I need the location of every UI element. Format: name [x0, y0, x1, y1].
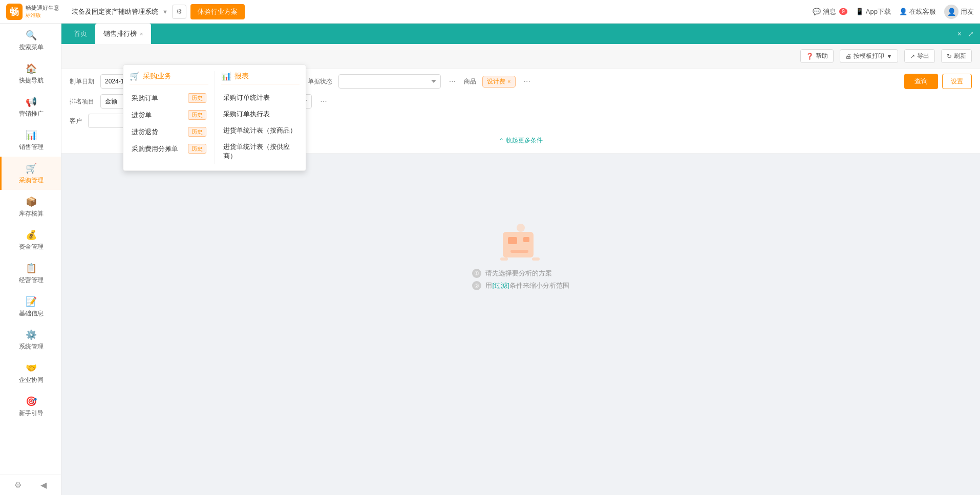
sidebar-item-operations[interactable]: 📋 经营管理 — [0, 256, 61, 290]
sidebar-item-guide[interactable]: 🎯 新手引导 — [0, 390, 61, 423]
menu-item-goods-stats[interactable]: 进货单统计表（按商品） — [221, 122, 300, 139]
sidebar-item-enterprise[interactable]: 🤝 企业协同 — [0, 356, 61, 390]
top-right-area: 💬 消息 9 📱 App下载 👤 在线客服 👤 用友 — [813, 5, 974, 19]
menu-item-purchase-expense[interactable]: 采购费用分摊单 历史 — [130, 140, 208, 157]
app-download-btn[interactable]: 📱 App下载 — [856, 7, 891, 16]
menu-item-order-stats[interactable]: 采购订单统计表 — [221, 90, 300, 106]
sidebar-settings-btn[interactable]: ⚙ — [14, 480, 22, 490]
purchase-order-history[interactable]: 历史 — [188, 93, 206, 103]
goods-dots-btn[interactable]: ··· — [522, 77, 532, 86]
purchase-expense-history[interactable]: 历史 — [188, 144, 206, 154]
action-btns: 查询 设置 — [904, 74, 972, 89]
svg-rect-5 — [532, 257, 540, 261]
tab-bar: 首页 销售排行榜 × × ⤢ — [61, 24, 980, 44]
date-filter-label: 制单日期 — [70, 77, 94, 86]
system-dropdown-btn[interactable]: ▼ — [162, 9, 168, 15]
main-layout: 🔍 搜索菜单 🏠 快捷导航 📢 营销推广 📊 销售管理 🛒 采购管理 📦 库存核… — [0, 0, 980, 495]
top-bar: 畅 畅捷通好生意 标准版 装备及固定资产辅助管理系统 ▼ ⚙ 体验行业方案 💬 … — [0, 0, 980, 24]
sidebar: 🔍 搜索菜单 🏠 快捷导航 📢 营销推广 📊 销售管理 🛒 采购管理 📦 库存核… — [0, 24, 61, 495]
print-btn[interactable]: 🖨 按模板打印 ▼ — [840, 49, 898, 63]
report-section-icon: 📊 — [221, 71, 231, 81]
tab-sales-rank[interactable]: 销售排行榜 × — [95, 24, 151, 44]
salesperson-dots-btn[interactable]: ··· — [318, 97, 329, 106]
sidebar-item-inventory[interactable]: 📦 库存核算 — [0, 190, 61, 223]
empty-robot-svg — [495, 222, 546, 268]
enterprise-icon: 🤝 — [26, 362, 37, 374]
tab-close-btn[interactable]: × — [140, 31, 143, 37]
export-btn[interactable]: ↗ 导出 — [904, 49, 935, 63]
empty-tips: ① 请先选择要分析的方案 ② 用[过滤]条件来缩小分析范围 — [472, 269, 569, 290]
menu-item-purchase-return[interactable]: 进货退货 历史 — [130, 123, 208, 140]
goods-tag-text: 设计费 — [487, 77, 505, 86]
purchase-menu-section: 🛒 采购业务 采购订单 历史 进货单 历史 进货退货 历史 — [123, 71, 215, 164]
service-icon: 👤 — [899, 8, 907, 15]
sidebar-item-guide-label: 新手引导 — [19, 409, 44, 418]
purchase-goods-history[interactable]: 历史 — [188, 110, 206, 120]
status-filter-label: 单据状态 — [308, 77, 332, 86]
basic-info-icon: 📝 — [26, 296, 37, 307]
refresh-btn[interactable]: ↻ 刷新 — [941, 49, 972, 63]
supplier-stats-label: 进货单统计表（按供应商） — [223, 142, 298, 161]
dropdown-menu: 🛒 采购业务 采购订单 历史 进货单 历史 进货退货 历史 — [123, 64, 306, 171]
online-service-btn[interactable]: 👤 在线客服 — [899, 7, 936, 16]
settings-gear-btn[interactable]: ⚙ — [172, 5, 186, 19]
logo-text-line1: 畅捷通好生意 — [26, 4, 59, 11]
sidebar-item-search[interactable]: 🔍 搜索菜单 — [0, 24, 61, 57]
status-select[interactable] — [338, 74, 441, 89]
goods-stats-label: 进货单统计表（按商品） — [223, 126, 296, 135]
sidebar-item-search-label: 搜索菜单 — [19, 43, 44, 52]
notification-badge: 9 — [839, 8, 847, 15]
menu-item-order-exec[interactable]: 采购订单执行表 — [221, 106, 300, 122]
svg-point-6 — [517, 224, 525, 232]
sidebar-item-finance[interactable]: 💰 资金管理 — [0, 223, 61, 256]
order-exec-label: 采购订单执行表 — [223, 110, 270, 119]
sidebar-item-quick-nav[interactable]: 🏠 快捷导航 — [0, 57, 61, 90]
sidebar-item-quick-nav-label: 快捷导航 — [19, 76, 44, 85]
print-dropdown-icon[interactable]: ▼ — [886, 53, 892, 60]
help-icon: ❓ — [806, 53, 814, 60]
sidebar-item-finance-label: 资金管理 — [19, 243, 44, 251]
system-icon: ⚙️ — [26, 329, 37, 340]
empty-state: ① 请先选择要分析的方案 ② 用[过滤]条件来缩小分析范围 — [61, 154, 980, 358]
svg-rect-0 — [503, 232, 534, 257]
messages-btn[interactable]: 💬 消息 9 — [813, 7, 847, 16]
report-menu-section: 📊 报表 采购订单统计表 采购订单执行表 进货单统计表（按商品） 进货单统计表（… — [215, 71, 306, 164]
tip-num-2: ② — [472, 281, 481, 290]
sidebar-collapse-btn[interactable]: ◀ — [40, 480, 47, 490]
menu-item-purchase-order[interactable]: 采购订单 历史 — [130, 90, 208, 106]
print-label: 按模板打印 — [854, 52, 884, 60]
tab-home-label: 首页 — [74, 29, 87, 38]
operations-icon: 📋 — [26, 263, 37, 274]
query-btn[interactable]: 查询 — [904, 74, 938, 89]
sidebar-item-system[interactable]: ⚙️ 系统管理 — [0, 323, 61, 356]
logo-char: 畅 — [10, 6, 19, 18]
tab-maximize-btn[interactable]: ⤢ — [966, 28, 976, 40]
empty-tip-2: ② 用[过滤]条件来缩小分析范围 — [472, 281, 569, 290]
tab-restore-btn[interactable]: × — [955, 28, 964, 40]
settings-filter-btn[interactable]: 设置 — [942, 74, 972, 89]
sidebar-item-marketing[interactable]: 📢 营销推广 — [0, 90, 61, 123]
goods-tag-remove-btn[interactable]: × — [507, 78, 510, 84]
sidebar-item-basic-info[interactable]: 📝 基础信息 — [0, 290, 61, 323]
tab-home[interactable]: 首页 — [66, 24, 95, 44]
purchase-return-history[interactable]: 历史 — [188, 127, 206, 137]
finance-icon: 💰 — [26, 229, 37, 241]
help-btn[interactable]: ❓ 帮助 — [800, 49, 834, 63]
sidebar-item-purchase[interactable]: 🛒 采购管理 — [0, 157, 61, 190]
user-area[interactable]: 👤 用友 — [944, 5, 974, 19]
logo-area: 畅 畅捷通好生意 标准版 — [6, 4, 68, 20]
home-icon: 🏠 — [26, 63, 37, 74]
content-area: 🛒 采购业务 采购订单 历史 进货单 历史 进货退货 历史 — [61, 44, 980, 495]
refresh-icon: ↻ — [947, 53, 952, 60]
sidebar-item-marketing-label: 营销推广 — [19, 110, 44, 118]
sidebar-item-sales[interactable]: 📊 销售管理 — [0, 123, 61, 157]
tab-sales-rank-label: 销售排行榜 — [103, 29, 137, 38]
menu-item-purchase-goods[interactable]: 进货单 历史 — [130, 106, 208, 123]
export-icon: ↗ — [910, 53, 915, 60]
sidebar-item-basic-info-label: 基础信息 — [19, 309, 44, 318]
menu-item-supplier-stats[interactable]: 进货单统计表（按供应商） — [221, 139, 300, 164]
goods-filter-label: 商品 — [464, 77, 476, 86]
industry-btn[interactable]: 体验行业方案 — [190, 4, 245, 19]
main-content: 首页 销售排行榜 × × ⤢ 🛒 采购业务 — [61, 24, 980, 495]
status-dots-btn[interactable]: ··· — [447, 77, 458, 86]
